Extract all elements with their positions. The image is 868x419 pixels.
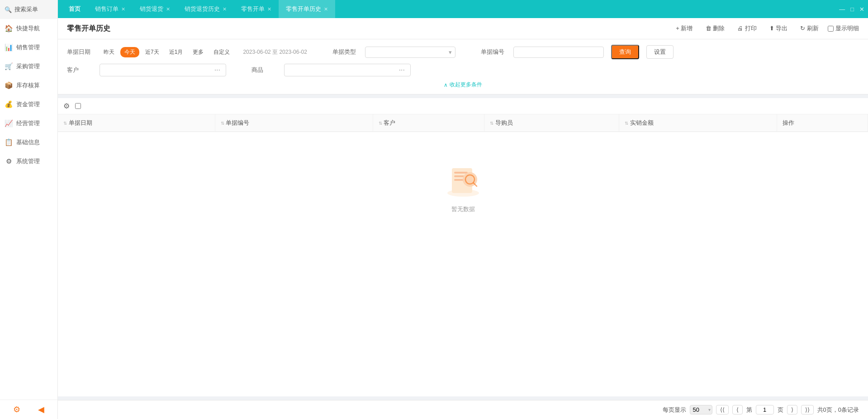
goods-dots[interactable]: ··· xyxy=(397,66,407,74)
sidebar-icon-inventory: 📦 xyxy=(5,81,13,89)
date-btn-自定义[interactable]: 自定义 xyxy=(209,47,234,57)
last-page-button[interactable]: ⟩⟩ xyxy=(801,405,814,414)
sidebar: 🔍 搜索采单 🏠快捷导航📊销售管理🛒采购管理📦库存核算💰资金管理📈经营管理📋基础… xyxy=(0,0,58,419)
date-filter-label: 单据日期 xyxy=(67,48,92,56)
close-button[interactable]: ✕ xyxy=(859,6,864,13)
tab-home[interactable]: 首页 xyxy=(62,0,88,18)
empty-text: 暂无数据 xyxy=(451,205,475,213)
tab-retail-open[interactable]: 零售开单 ✕ xyxy=(234,0,279,18)
sidebar-collapse-icon[interactable]: ◀ xyxy=(38,405,44,414)
sidebar-label-finance: 资金管理 xyxy=(16,100,40,108)
type-filter-select-wrap xyxy=(365,47,455,58)
tab-label-retail-open-history: 零售开单历史 xyxy=(286,5,321,13)
date-btn-近7天[interactable]: 近7天 xyxy=(141,47,163,57)
sidebar-search[interactable]: 🔍 搜索采单 xyxy=(0,0,57,19)
svg-rect-2 xyxy=(454,172,468,174)
tab-close-sales-return-history[interactable]: ✕ xyxy=(223,6,227,12)
customer-filter-wrap[interactable]: ··· xyxy=(100,64,226,76)
query-button[interactable]: 查询 xyxy=(611,45,639,59)
date-btn-更多[interactable]: 更多 xyxy=(189,47,208,57)
sidebar-label-basic-info: 基础信息 xyxy=(16,138,40,146)
select-all-checkbox[interactable] xyxy=(75,103,81,109)
svg-rect-3 xyxy=(454,175,464,177)
sidebar-item-basic-info[interactable]: 📋基础信息 xyxy=(0,133,57,152)
page-header: 零售开单历史 + 新增 🗑 删除 🖨 打印 ⬆ 导出 ↻ 刷新 显示明细 xyxy=(58,18,868,39)
export-button[interactable]: ⬆ 导出 xyxy=(766,23,792,34)
tab-close-sales-order[interactable]: ✕ xyxy=(121,6,125,12)
per-page-select[interactable]: 102050100 xyxy=(690,405,712,414)
date-btn-近1月[interactable]: 近1月 xyxy=(165,47,187,57)
sidebar-icon-purchase-mgmt: 🛒 xyxy=(5,62,13,71)
tab-close-retail-open-history[interactable]: ✕ xyxy=(324,6,328,12)
sidebar-label-purchase-mgmt: 采购管理 xyxy=(16,62,40,71)
content-area: 零售开单历史 + 新增 🗑 删除 🖨 打印 ⬆ 导出 ↻ 刷新 显示明细 单据日… xyxy=(58,18,868,419)
sidebar-item-inventory[interactable]: 📦库存核算 xyxy=(0,76,57,95)
print-button[interactable]: 🖨 打印 xyxy=(734,23,760,34)
col-header-action: 操作 xyxy=(777,114,868,132)
collapse-button[interactable]: ∧ 收起更多条件 xyxy=(444,81,482,89)
maximize-button[interactable]: □ xyxy=(850,6,854,13)
toolbar: + 新增 🗑 删除 🖨 打印 ⬆ 导出 ↻ 刷新 显示明细 xyxy=(672,23,859,34)
date-btn-昨天[interactable]: 昨天 xyxy=(100,47,119,57)
number-filter-input[interactable] xyxy=(513,47,604,58)
tab-label-home: 首页 xyxy=(69,5,81,13)
col-header-number[interactable]: ⇅ 单据编号 xyxy=(215,114,373,132)
sidebar-icon-finance: 💰 xyxy=(5,100,13,108)
table-settings-icon[interactable]: ⚙ xyxy=(63,102,70,110)
col-header-customer[interactable]: ⇅ 客户 xyxy=(373,114,484,132)
sort-icon-number[interactable]: ⇅ xyxy=(221,121,224,126)
next-page-button[interactable]: ⟩ xyxy=(787,405,797,414)
sidebar-item-sales-mgmt[interactable]: 📊销售管理 xyxy=(0,38,57,57)
sidebar-item-purchase-mgmt[interactable]: 🛒采购管理 xyxy=(0,57,57,76)
table-container: ⚙ ⇅ 单据日期⇅ 单据编号⇅ 客户⇅ 导购员⇅ 实销金额操作 xyxy=(58,98,868,396)
sort-icon-salesperson[interactable]: ⇅ xyxy=(490,121,493,126)
tab-sales-return-history[interactable]: 销货退货历史 ✕ xyxy=(177,0,234,18)
page-input[interactable] xyxy=(756,405,774,414)
sort-icon-customer[interactable]: ⇅ xyxy=(379,121,382,126)
sidebar-item-quick-nav[interactable]: 🏠快捷导航 xyxy=(0,19,57,38)
sidebar-item-system-mgmt[interactable]: ⚙系统管理 xyxy=(0,152,57,171)
sidebar-settings-icon[interactable]: ⚙ xyxy=(13,405,20,414)
new-button[interactable]: + 新增 xyxy=(672,23,696,34)
first-page-button[interactable]: ⟨⟨ xyxy=(716,405,729,414)
customer-dots[interactable]: ··· xyxy=(213,66,222,74)
refresh-button[interactable]: ↻ 刷新 xyxy=(797,23,822,34)
window-controls: — □ ✕ xyxy=(839,6,864,13)
tab-sales-return[interactable]: 销货退货 ✕ xyxy=(133,0,177,18)
sidebar-item-operations[interactable]: 📈经营管理 xyxy=(0,114,57,133)
goods-filter-label: 商品 xyxy=(251,66,277,74)
tab-retail-open-history[interactable]: 零售开单历史 ✕ xyxy=(279,0,335,18)
sort-icon-amount[interactable]: ⇅ xyxy=(625,121,628,126)
sort-icon-date[interactable]: ⇅ xyxy=(63,121,67,126)
tab-sales-order[interactable]: 销售订单 ✕ xyxy=(88,0,133,18)
display-detail-label: 显示明细 xyxy=(835,24,859,33)
table-toolbar: ⚙ xyxy=(58,98,868,114)
collapse-label: 收起更多条件 xyxy=(450,81,482,89)
sidebar-label-sales-mgmt: 销售管理 xyxy=(16,43,40,52)
goods-filter-wrap[interactable]: ··· xyxy=(284,64,411,76)
col-header-date[interactable]: ⇅ 单据日期 xyxy=(58,114,215,132)
sidebar-label-inventory: 库存核算 xyxy=(16,81,40,89)
pagination: 每页显示 102050100 ▾ ⟨⟨ ⟨ 第 页 ⟩ ⟩⟩ 共0页，0条记录 xyxy=(58,400,868,419)
page-title: 零售开单历史 xyxy=(67,24,110,33)
col-header-salesperson[interactable]: ⇅ 导购员 xyxy=(484,114,619,132)
type-filter-select[interactable] xyxy=(365,47,455,58)
date-btn-今天[interactable]: 今天 xyxy=(120,47,139,57)
tab-close-sales-return[interactable]: ✕ xyxy=(166,6,170,12)
top-nav: 首页销售订单 ✕销货退货 ✕销货退货历史 ✕零售开单 ✕零售开单历史 ✕ — □… xyxy=(58,0,868,18)
prev-page-button[interactable]: ⟨ xyxy=(732,405,743,414)
sidebar-icon-operations: 📈 xyxy=(5,119,13,127)
sidebar-item-finance[interactable]: 💰资金管理 xyxy=(0,95,57,114)
delete-button[interactable]: 🗑 删除 xyxy=(702,23,729,34)
minimize-button[interactable]: — xyxy=(839,6,845,13)
display-detail-toggle[interactable]: 显示明细 xyxy=(828,24,859,33)
per-page-label: 每页显示 xyxy=(663,406,686,414)
empty-state: 暂无数据 xyxy=(58,132,868,240)
collapse-icon: ∧ xyxy=(444,82,448,88)
data-table: ⇅ 单据日期⇅ 单据编号⇅ 客户⇅ 导购员⇅ 实销金额操作 xyxy=(58,114,868,132)
tab-label-sales-order: 销售订单 xyxy=(95,5,119,13)
col-header-amount[interactable]: ⇅ 实销金额 xyxy=(619,114,777,132)
settings-button[interactable]: 设置 xyxy=(646,45,674,59)
tab-close-retail-open[interactable]: ✕ xyxy=(267,6,271,12)
display-detail-checkbox[interactable] xyxy=(828,26,834,32)
